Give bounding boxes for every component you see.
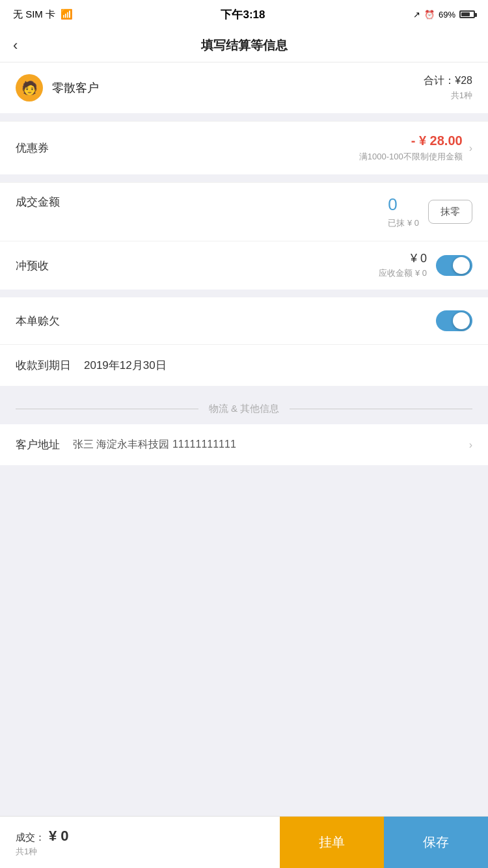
precharge-toggle[interactable] — [436, 255, 472, 276]
status-bar: 无 SIM 卡 📶 下午3:18 ↗ ⏰ 69% — [0, 0, 488, 29]
customer-total: 合计：¥28 共1种 — [424, 74, 472, 102]
status-right: ↗ ⏰ 69% — [413, 10, 475, 20]
address-row[interactable]: 客户地址 张三 海淀永丰科技园 11111111111 › — [0, 424, 488, 465]
coupon-right: - ¥ 28.00 满1000-100不限制使用金额 › — [359, 133, 472, 163]
logistics-title: 物流 & 其他信息 — [209, 403, 279, 415]
status-left: 无 SIM 卡 📶 — [13, 8, 73, 21]
debt-label: 本单赊欠 — [16, 314, 60, 329]
deal-amount-value: 0 — [388, 195, 419, 215]
save-button[interactable]: 保存 — [384, 817, 488, 869]
total-count: 共1种 — [424, 90, 472, 102]
logistics-line-right — [290, 409, 472, 409]
bottom-deal-info: 成交： ¥ 0 共1种 — [0, 828, 280, 858]
bottom-bar: 成交： ¥ 0 共1种 挂单 保存 — [0, 816, 488, 868]
battery-percent: 69% — [439, 10, 455, 20]
hold-button[interactable]: 挂单 — [280, 817, 384, 869]
bottom-deal-label: 成交： — [16, 832, 45, 844]
debt-section: 本单赊欠 收款到期日 2019年12月30日 — [0, 297, 488, 386]
coupon-section: 优惠券 - ¥ 28.00 满1000-100不限制使用金额 › — [0, 121, 488, 174]
address-value: 张三 海淀永丰科技园 11111111111 — [73, 438, 469, 452]
precharge-sub: 应收金额 ¥ 0 — [379, 267, 427, 279]
logistics-section: 物流 & 其他信息 客户地址 张三 海淀永丰科技园 11111111111 › — [0, 394, 488, 465]
customer-section: 🧑 零散客户 合计：¥28 共1种 — [0, 62, 488, 113]
coupon-desc: 满1000-100不限制使用金额 — [359, 151, 463, 163]
precharge-values: ¥ 0 应收金额 ¥ 0 — [379, 252, 427, 279]
deal-amount-sub: 已抹 ¥ 0 — [388, 217, 419, 229]
back-button[interactable]: ‹ — [13, 32, 23, 59]
precharge-right: ¥ 0 应收金额 ¥ 0 — [379, 252, 472, 279]
deal-amount-info: 0 已抹 ¥ 0 — [388, 195, 419, 229]
nav-title: 填写结算等信息 — [201, 37, 288, 54]
precharge-row: 冲预收 ¥ 0 应收金额 ¥ 0 — [0, 241, 488, 290]
deal-amount-row: 成交金额 0 已抹 ¥ 0 抹零 — [0, 182, 488, 241]
bottom-deal-amount: ¥ 0 — [49, 828, 69, 845]
deal-section: 成交金额 0 已抹 ¥ 0 抹零 冲预收 ¥ 0 应收金额 ¥ 0 — [0, 182, 488, 290]
status-time: 下午3:18 — [221, 7, 265, 22]
content: 🧑 零散客户 合计：¥28 共1种 优惠券 - ¥ 28.00 满1000-10… — [0, 62, 488, 532]
deal-amount-label: 成交金额 — [16, 195, 60, 210]
wifi-icon: 📶 — [61, 8, 73, 20]
customer-row: 🧑 零散客户 合计：¥28 共1种 — [0, 62, 488, 113]
precharge-amount: ¥ 0 — [379, 252, 427, 265]
duedate-row: 收款到期日 2019年12月30日 — [0, 344, 488, 386]
debt-toggle[interactable] — [436, 310, 472, 331]
address-label: 客户地址 — [16, 437, 60, 452]
bottom-count: 共1种 — [16, 846, 264, 858]
no-sim-text: 无 SIM 卡 — [13, 8, 55, 21]
coupon-chevron-icon: › — [469, 142, 472, 154]
deal-amount-right: 0 已抹 ¥ 0 抹零 — [388, 195, 472, 229]
coupon-label: 优惠券 — [16, 141, 49, 156]
round-zero-button[interactable]: 抹零 — [428, 200, 472, 224]
debt-toggle-knob — [453, 312, 470, 329]
coupon-info: - ¥ 28.00 满1000-100不限制使用金额 — [359, 133, 463, 163]
avatar-icon: 🧑 — [21, 80, 38, 96]
precharge-label: 冲预收 — [16, 258, 49, 273]
avatar: 🧑 — [16, 74, 43, 102]
total-amount: 合计：¥28 — [424, 74, 472, 88]
customer-name: 零散客户 — [52, 80, 99, 96]
duedate-value: 2019年12月30日 — [84, 358, 167, 373]
coupon-row[interactable]: 优惠券 - ¥ 28.00 满1000-100不限制使用金额 › — [0, 121, 488, 174]
coupon-amount: - ¥ 28.00 — [359, 133, 463, 148]
location-icon: ↗ — [413, 10, 420, 20]
logistics-line-left — [16, 409, 198, 409]
toggle-knob — [453, 257, 470, 274]
debt-row: 本单赊欠 — [0, 297, 488, 344]
duedate-label: 收款到期日 — [16, 358, 71, 373]
nav-bar: ‹ 填写结算等信息 — [0, 29, 488, 62]
battery-icon — [459, 10, 475, 18]
alarm-icon: ⏰ — [424, 10, 435, 20]
address-chevron-icon: › — [469, 439, 472, 451]
logistics-header: 物流 & 其他信息 — [0, 394, 488, 424]
customer-info: 🧑 零散客户 — [16, 74, 99, 102]
